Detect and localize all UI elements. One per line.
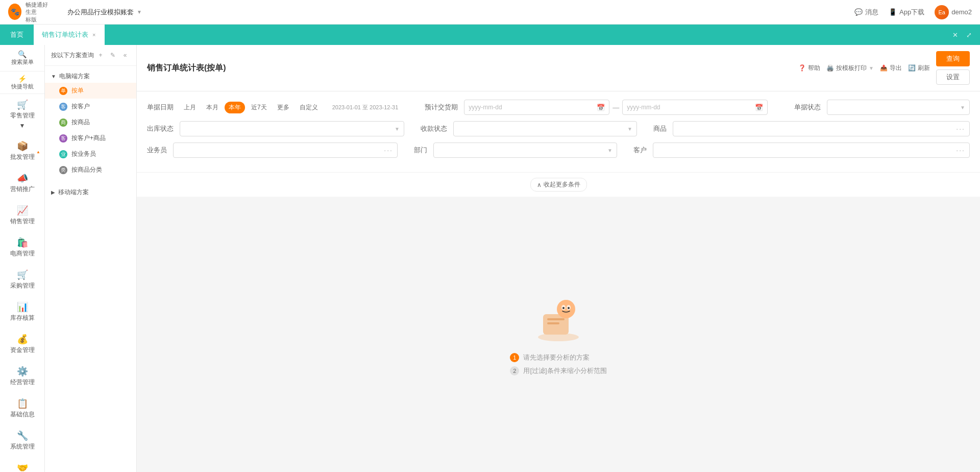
scheme-section-desktop-title: ▼ 电脑端方案 xyxy=(45,70,136,83)
user-profile[interactable]: Ea demo2 xyxy=(935,5,972,19)
scheme-item-by-customer-product[interactable]: 客 按客户+商品 xyxy=(45,130,136,146)
fullscreen-icon[interactable]: ⤢ xyxy=(964,29,974,41)
department-select[interactable]: ▼ xyxy=(433,143,617,158)
wholesale-icon: 📦 xyxy=(17,141,28,151)
scheme-panel-title: 按以下方案查询 xyxy=(51,51,94,60)
date-separator: — xyxy=(612,104,619,111)
order-status-select[interactable]: ▼ xyxy=(827,100,970,115)
date-btn-last-month[interactable]: 上月 xyxy=(180,102,200,113)
product-label: 商品 xyxy=(653,124,667,133)
sidebar-item-basic[interactable]: 📋 基础信息 xyxy=(0,393,44,425)
marketing-icon: 📣 xyxy=(17,174,28,183)
sidebar-quicknav[interactable]: ⚡ 快捷导航 xyxy=(0,72,44,94)
sidebar-item-retail[interactable]: 🛒 零售管理 xyxy=(0,94,44,135)
department-label: 部门 xyxy=(414,146,427,155)
payment-status-select[interactable]: ▼ xyxy=(453,121,637,136)
sidebar-item-sales[interactable]: 📈 销售管理 xyxy=(0,200,44,232)
date-btn-7days[interactable]: 近7天 xyxy=(247,102,271,113)
sidebar-item-inventory[interactable]: 📊 库存核算 xyxy=(0,296,44,328)
sidebar-item-enterprise[interactable]: 🤝 企业协同 xyxy=(0,457,44,472)
outbound-status-select[interactable]: ▼ xyxy=(180,121,404,136)
purchase-icon: 🛒 xyxy=(17,270,28,279)
expected-date-start[interactable]: yyyy-mm-dd 📅 xyxy=(464,100,609,115)
ecommerce-icon: 🛍️ xyxy=(17,238,28,247)
date-btn-more[interactable]: 更多 xyxy=(273,102,293,113)
query-button[interactable]: 查询 xyxy=(936,51,970,66)
date-btn-custom[interactable]: 自定义 xyxy=(296,102,322,113)
expected-date-end[interactable]: yyyy-mm-dd 📅 xyxy=(622,100,768,115)
scheme-item-by-customer[interactable]: 客 按客户 xyxy=(45,99,136,114)
step-2-number: 2 xyxy=(510,366,519,375)
date-label: 单据日期 xyxy=(147,103,174,112)
sidebar-search[interactable]: 🔍 搜索菜单 xyxy=(0,45,44,72)
scheme-item-icon-order: 单 xyxy=(59,87,67,95)
help-action[interactable]: ❓ 帮助 xyxy=(798,64,820,73)
sidebar-item-ecommerce[interactable]: 🛍️ 电商管理 xyxy=(0,232,44,264)
page-title: 销售订单统计表(按单) xyxy=(147,63,226,74)
help-icon: ❓ xyxy=(798,64,806,72)
logo-area: 🐾 畅捷通好生意 标版 xyxy=(8,1,53,23)
sidebar-item-wholesale[interactable]: 📦 批发管理 xyxy=(0,135,44,168)
template-print-action[interactable]: 🖨️ 按模板打印 ▼ xyxy=(826,64,874,73)
section-collapse-icon[interactable]: ▼ xyxy=(51,74,56,79)
sidebar-item-marketing[interactable]: 📣 营销推广 xyxy=(0,168,44,200)
scheme-item-by-product[interactable]: 商 按商品 xyxy=(45,114,136,130)
top-center: 办公用品行业模拟账套 ▼ xyxy=(53,6,854,19)
product-select[interactable]: ··· xyxy=(673,121,970,136)
chevron-down-icon: ▼ xyxy=(137,9,142,15)
scheme-panel: 按以下方案查询 + ✎ « ▼ 电脑端方案 单 按单 客 按客户 xyxy=(45,45,137,472)
scheme-section-mobile: ▶ 移动端方案 xyxy=(45,182,136,203)
scheme-header: 按以下方案查询 + ✎ « xyxy=(45,45,136,66)
print-chevron-icon: ▼ xyxy=(869,65,874,71)
system-icon: 🔧 xyxy=(17,431,28,440)
tab-sales-order-stats[interactable]: 销售订单统计表 × xyxy=(34,25,105,45)
inventory-icon: 📊 xyxy=(17,302,28,312)
industry-selector[interactable]: 办公用品行业模拟账套 ▼ xyxy=(63,6,146,19)
scheme-item-by-category[interactable]: 类 按商品分类 xyxy=(45,162,136,178)
close-window-icon[interactable]: ✕ xyxy=(950,29,960,41)
salesperson-label: 业务员 xyxy=(147,146,167,155)
sidebar-item-purchase[interactable]: 🛒 采购管理 xyxy=(0,264,44,296)
order-status-chevron-icon: ▼ xyxy=(960,105,965,110)
export-action[interactable]: 📤 导出 xyxy=(880,64,902,73)
scheme-item-icon-customer: 客 xyxy=(59,103,67,111)
settings-button[interactable]: 设置 xyxy=(936,69,970,85)
expected-delivery-label: 预计交货期 xyxy=(425,103,458,112)
sidebar-item-operation[interactable]: ⚙️ 经营管理 xyxy=(0,361,44,393)
app-download-action[interactable]: 📱 App下载 xyxy=(889,8,924,17)
tab-close-icon[interactable]: × xyxy=(91,31,96,39)
sidebar-item-system[interactable]: 🔧 系统管理 xyxy=(0,425,44,457)
outbound-status-label: 出库状态 xyxy=(147,124,174,133)
customer-dots-icon: ··· xyxy=(956,146,965,154)
tab-home[interactable]: 首页 xyxy=(0,25,34,45)
sidebar-item-finance[interactable]: 💰 资金管理 xyxy=(0,328,44,361)
date-btn-this-month[interactable]: 本月 xyxy=(202,102,223,113)
customer-select[interactable]: ··· xyxy=(653,143,970,158)
empty-step-1: 1 请先选择要分析的方案 xyxy=(510,353,606,362)
scheme-item-by-salesperson[interactable]: 业 按业务员 xyxy=(45,146,136,162)
finance-icon: 💰 xyxy=(17,335,28,344)
collapse-conditions-btn[interactable]: ∧ 收起更多条件 xyxy=(530,178,587,192)
message-action[interactable]: 💬 消息 xyxy=(854,8,878,17)
scheme-edit-btn[interactable]: ✎ xyxy=(108,50,118,60)
page-title-row: 销售订单统计表(按单) ❓ 帮助 🖨️ 按模板打印 ▼ 📤 xyxy=(147,51,970,85)
customer-label: 客户 xyxy=(633,146,647,155)
calendar-start-icon: 📅 xyxy=(597,104,605,111)
page-header: 销售订单统计表(按单) ❓ 帮助 🖨️ 按模板打印 ▼ 📤 xyxy=(137,45,980,91)
scheme-item-icon-cp: 客 xyxy=(59,134,67,143)
refresh-action[interactable]: 🔄 刷新 xyxy=(908,64,930,73)
sales-icon: 📈 xyxy=(17,206,28,215)
scheme-add-btn[interactable]: + xyxy=(95,50,106,60)
scheme-item-icon-product: 商 xyxy=(59,119,67,127)
mobile-collapse-icon[interactable]: ▶ xyxy=(51,190,55,195)
svg-rect-2 xyxy=(547,318,565,320)
retail-icon: 🛒 xyxy=(17,100,28,109)
svg-point-7 xyxy=(562,307,565,309)
date-btn-this-year[interactable]: 本年 xyxy=(225,102,245,113)
product-dots-icon: ··· xyxy=(956,125,965,133)
scheme-collapse-btn[interactable]: « xyxy=(120,50,130,60)
main-content: 销售订单统计表(按单) ❓ 帮助 🖨️ 按模板打印 ▼ 📤 xyxy=(137,45,980,472)
salesperson-select[interactable]: ··· xyxy=(173,143,398,158)
collapse-chevron-icon: ∧ xyxy=(537,181,542,188)
scheme-item-by-order[interactable]: 单 按单 xyxy=(45,83,136,99)
